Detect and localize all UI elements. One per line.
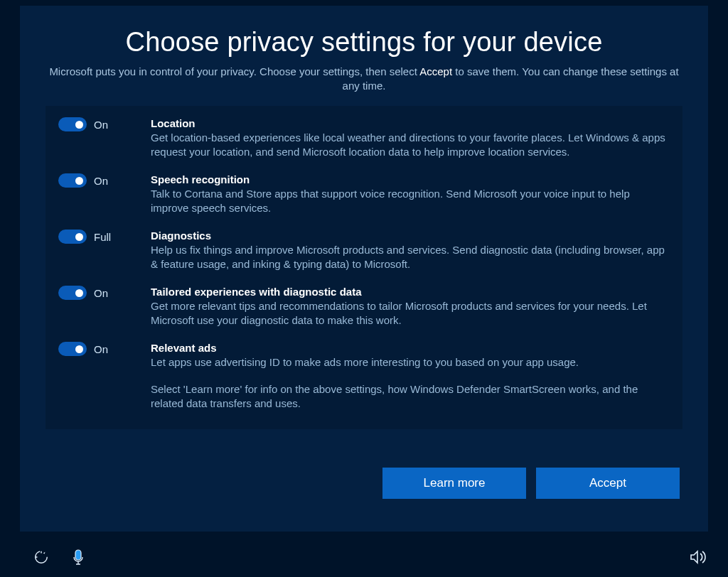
setting-row-tailored: On Tailored experiences with diagnostic … [58, 286, 665, 328]
setting-content: Relevant ads Let apps use advertising ID… [151, 342, 665, 411]
toggle-tailored[interactable] [58, 286, 87, 300]
setting-desc: Talk to Cortana and Store apps that supp… [151, 187, 665, 215]
ease-of-access-icon[interactable] [33, 549, 50, 566]
toggle-group: On [58, 286, 151, 300]
taskbar [0, 537, 728, 577]
toggle-diagnostics[interactable] [58, 230, 87, 244]
toggle-state-label: On [94, 287, 108, 299]
toggle-speech[interactable] [58, 173, 87, 188]
cortana-mic-icon[interactable] [70, 549, 87, 566]
setting-title: Diagnostics [151, 230, 665, 242]
toggle-ads[interactable] [58, 342, 87, 356]
toggle-state-label: Full [94, 231, 111, 243]
subtitle-pre: Microsoft puts you in control of your pr… [49, 65, 419, 77]
svg-rect-1 [75, 550, 81, 560]
toggle-group: On [58, 173, 151, 188]
setting-title: Relevant ads [151, 342, 665, 354]
page-title: Choose privacy settings for your device [46, 27, 682, 58]
setting-title: Speech recognition [151, 173, 665, 185]
accept-button[interactable]: Accept [536, 468, 680, 499]
setting-content: Tailored experiences with diagnostic dat… [151, 286, 665, 328]
toggle-group: Full [58, 230, 151, 244]
toggle-state-label: On [94, 175, 108, 187]
subtitle-bold: Accept [419, 65, 452, 77]
setting-content: Diagnostics Help us fix things and impro… [151, 230, 665, 271]
button-row: Learn more Accept [46, 468, 682, 499]
setting-title: Tailored experiences with diagnostic dat… [151, 286, 665, 298]
setting-row-ads: On Relevant ads Let apps use advertising… [58, 342, 665, 411]
toggle-group: On [58, 342, 151, 356]
settings-panel: On Location Get location-based experienc… [46, 106, 682, 429]
setting-content: Speech recognition Talk to Cortana and S… [151, 173, 665, 215]
toggle-group: On [58, 117, 151, 131]
learn-more-button[interactable]: Learn more [382, 468, 526, 499]
setting-row-location: On Location Get location-based experienc… [58, 117, 665, 159]
toggle-state-label: On [94, 343, 108, 355]
volume-icon[interactable] [690, 549, 707, 566]
setting-content: Location Get location-based experiences … [151, 117, 665, 159]
setting-desc: Help us fix things and improve Microsoft… [151, 243, 665, 271]
setting-title: Location [151, 117, 665, 129]
setting-desc: Let apps use advertising ID to make ads … [151, 355, 665, 370]
setting-row-speech: On Speech recognition Talk to Cortana an… [58, 173, 665, 215]
toggle-state-label: On [94, 119, 108, 131]
setting-row-diagnostics: Full Diagnostics Help us fix things and … [58, 230, 665, 271]
toggle-location[interactable] [58, 117, 87, 131]
page-subtitle: Microsoft puts you in control of your pr… [46, 65, 682, 93]
setting-desc: Get more relevant tips and recommendatio… [151, 299, 665, 328]
privacy-settings-window: Choose privacy settings for your device … [20, 6, 708, 532]
footer-note: Select 'Learn more' for info on the abov… [151, 382, 665, 411]
setting-desc: Get location-based experiences like loca… [151, 131, 665, 159]
